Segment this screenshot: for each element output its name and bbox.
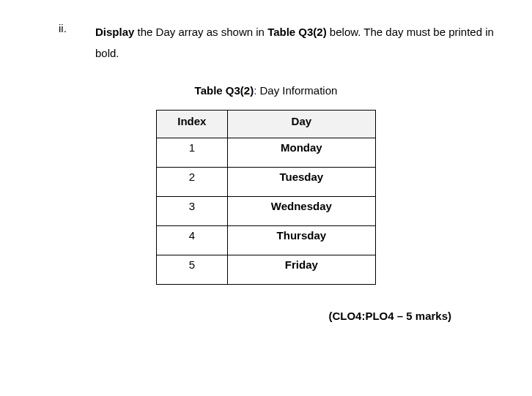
cell-index: 2 bbox=[157, 168, 228, 197]
cell-day: Monday bbox=[227, 138, 375, 168]
question-label: ii. bbox=[37, 22, 95, 34]
table-row: 5 Friday bbox=[157, 255, 376, 285]
question-bold1: Display bbox=[95, 26, 134, 38]
table-row: 2 Tuesday bbox=[157, 168, 376, 197]
caption-bold: Table Q3(2) bbox=[195, 84, 254, 97]
table-row: 3 Wednesday bbox=[157, 197, 376, 226]
cell-day: Tuesday bbox=[227, 168, 375, 197]
table-header-row: Index Day bbox=[157, 111, 376, 138]
cell-index: 5 bbox=[157, 255, 228, 285]
cell-index: 1 bbox=[157, 138, 228, 168]
question-row: ii. Display the Day array as shown in Ta… bbox=[37, 22, 495, 64]
table-caption: Table Q3(2): Day Information bbox=[37, 84, 495, 97]
marks-line: (CLO4:PLO4 – 5 marks) bbox=[37, 310, 495, 322]
cell-day: Wednesday bbox=[227, 197, 375, 226]
table-row: 1 Monday bbox=[157, 138, 376, 168]
table-row: 4 Thursday bbox=[157, 226, 376, 255]
cell-day: Thursday bbox=[227, 226, 375, 255]
cell-index: 4 bbox=[157, 226, 228, 255]
question-mid: the Day array as shown in bbox=[134, 26, 267, 38]
caption-rest: Day Information bbox=[256, 84, 337, 97]
table-header-day: Day bbox=[227, 111, 375, 138]
cell-index: 3 bbox=[157, 197, 228, 226]
day-table: Index Day 1 Monday 2 Tuesday 3 Wednesday… bbox=[156, 110, 376, 285]
table-header-index: Index bbox=[157, 111, 228, 138]
question-bold2: Table Q3(2) bbox=[267, 26, 327, 38]
question-text: Display the Day array as shown in Table … bbox=[95, 22, 495, 64]
cell-day: Friday bbox=[227, 255, 375, 285]
